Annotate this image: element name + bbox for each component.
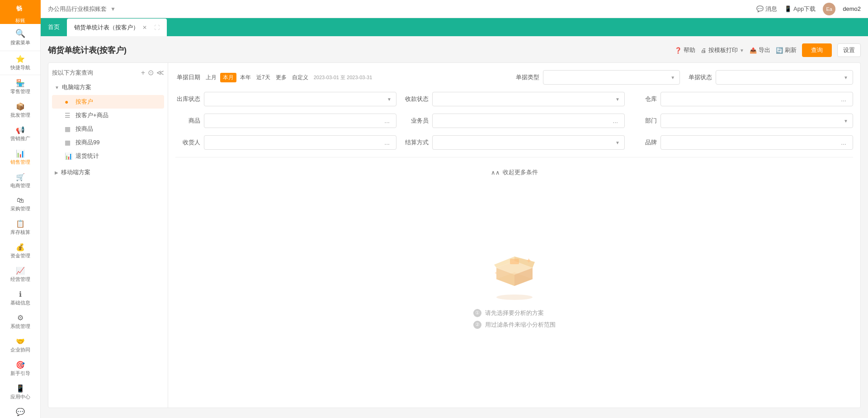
empty-tip-2: ② 用过滤条件来缩小分析范围 <box>473 321 556 329</box>
sidebar-item-finance[interactable]: 💰 资金管理 <box>0 239 40 263</box>
query-button[interactable]: 查询 <box>802 43 832 57</box>
sidebar-item-operations[interactable]: 📈 经营管理 <box>0 263 40 286</box>
sidebar-quick-nav-label: 快捷导航 <box>10 64 30 71</box>
date-tab-custom[interactable]: 自定义 <box>290 73 310 82</box>
sidebar-item-purchase[interactable]: 🛍 采购管理 <box>0 193 40 216</box>
header-title: 办公用品行业模拟账套 <box>48 5 107 13</box>
template-print-button[interactable]: 🖨 按模板打印 ▼ <box>701 46 744 54</box>
sidebar-item-ecommerce-label: 电商管理 <box>10 182 30 189</box>
sidebar-item-marketing[interactable]: 📢 营销推广 <box>0 122 40 146</box>
invoice-status-arrow: ▼ <box>844 75 848 80</box>
settlement-dropdown[interactable]: ▼ <box>432 135 625 150</box>
sidebar-item-guide[interactable]: 🎯 新手引导 <box>0 357 40 380</box>
scheme-item-by-product-99[interactable]: ▦ 按商品99 <box>52 136 164 149</box>
sidebar-item-sales[interactable]: 📊 销售管理 <box>0 146 40 169</box>
tip-2-num: ② <box>473 321 481 329</box>
enterprise-icon: 🤝 <box>16 337 25 346</box>
empty-tip-1: ① 请先选择要分析的方案 <box>473 309 556 317</box>
scheme-group-desktop-header[interactable]: ▼ 电脑端方案 <box>52 81 164 93</box>
filter-item-settlement: 结算方式 ▼ <box>404 135 625 150</box>
warehouse-more-icon[interactable]: ... <box>839 95 848 103</box>
scheme-item-by-product[interactable]: ▦ 按商品 <box>52 122 164 136</box>
svg-point-2 <box>496 294 533 300</box>
return-stats-icon: 📊 <box>65 152 72 160</box>
operations-icon: 📈 <box>16 266 25 275</box>
invoice-status-dropdown[interactable]: ▼ <box>716 70 853 85</box>
salesperson-more-icon[interactable]: ... <box>611 117 620 124</box>
page-title-bar: 销货单统计表(按客户) ❓ 帮助 🖨 按模板打印 ▼ 📤 导出 🔄 刷新 <box>48 43 861 57</box>
sidebar-item-marketing-label: 营销推广 <box>10 135 30 142</box>
filter-item-department: 部门 ▼ <box>632 114 853 128</box>
date-tab-this-year[interactable]: 本年 <box>238 73 253 82</box>
department-dropdown[interactable]: ▼ <box>660 114 853 128</box>
sidebar-item-enterprise[interactable]: 🤝 企业协同 <box>0 333 40 357</box>
collapse-button[interactable]: ∧∧ 收起更多条件 <box>487 165 542 180</box>
filter-row-4: 收货人 ... 结算方式 ▼ 品牌 <box>175 135 853 150</box>
salesperson-input[interactable]: ... <box>432 114 625 128</box>
scheme-item-return-stats[interactable]: 📊 退货统计 <box>52 149 164 163</box>
out-status-dropdown[interactable]: ▼ <box>204 92 396 106</box>
settlement-label: 结算方式 <box>404 138 429 147</box>
help-button[interactable]: ❓ 帮助 <box>675 46 695 54</box>
retail-icon: 🏪 <box>16 79 25 87</box>
scheme-item-by-customer-product[interactable]: ☰ 按客户+商品 <box>52 109 164 122</box>
mobile-group-arrow: ▶ <box>55 170 58 175</box>
svg-rect-9 <box>510 259 519 264</box>
receiver-input[interactable]: ... <box>204 135 396 150</box>
scheme-group-mobile-label: 移动端方案 <box>61 168 90 176</box>
user-avatar[interactable]: Ea <box>823 3 835 15</box>
tab-sales-stats[interactable]: 销货单统计表（按客户） ✕ ⛶ <box>67 19 167 37</box>
sidebar-search[interactable]: 🔍 搜索菜单 <box>0 24 40 51</box>
sidebar-item-app-center[interactable]: 📱 应用中心 <box>0 380 40 404</box>
basic-info-icon: ℹ <box>19 290 22 299</box>
filter-item-out-status: 出库状态 ▼ <box>175 92 396 106</box>
brand-more-icon[interactable]: ... <box>839 139 848 146</box>
date-tab-this-month[interactable]: 本月 <box>220 73 236 82</box>
export-button[interactable]: 📤 导出 <box>750 46 770 54</box>
sidebar-item-ecommerce[interactable]: 🛒 电商管理 <box>0 169 40 193</box>
app-download-button[interactable]: 📱 App下载 <box>784 5 816 13</box>
settings-button[interactable]: 设置 <box>837 43 861 57</box>
empty-state-illustration: ✦ ✦ <box>487 252 542 302</box>
date-tab-last-month[interactable]: 上月 <box>204 73 218 82</box>
message-button[interactable]: 💬 消息 <box>756 5 777 13</box>
guide-icon: 🎯 <box>16 361 25 369</box>
help-icon: ❓ <box>675 47 682 54</box>
sidebar-quick-nav[interactable]: ⭐ 快捷导航 <box>0 51 40 75</box>
invoice-type-dropdown[interactable]: ▼ <box>543 70 680 85</box>
header-dropdown[interactable]: ▼ <box>110 6 116 12</box>
refresh-icon: 🔄 <box>776 47 783 54</box>
sidebar-item-wechat[interactable]: 💬 企业微信 <box>0 404 40 418</box>
tip-1-num: ① <box>473 309 481 317</box>
tab-close-icon[interactable]: ✕ <box>142 24 147 31</box>
scheme-add-icon[interactable]: + <box>141 69 145 77</box>
brand-input[interactable]: ... <box>660 135 853 150</box>
user-name[interactable]: demo2 <box>843 5 861 12</box>
warehouse-input[interactable]: ... <box>660 92 853 106</box>
sidebar-item-retail[interactable]: 🏪 零售管理 <box>0 75 40 99</box>
ecommerce-icon: 🛒 <box>16 173 25 181</box>
date-tab-more[interactable]: 更多 <box>274 73 288 82</box>
tab-maximize-icon[interactable]: ⛶ <box>154 24 160 31</box>
tab-home[interactable]: 首页 <box>41 18 67 36</box>
sidebar-logo[interactable]: 畅 标账 <box>0 0 41 24</box>
product-input[interactable]: ... <box>204 114 396 128</box>
refresh-button[interactable]: 🔄 刷新 <box>776 46 797 54</box>
sidebar-item-basic-info[interactable]: ℹ 基础信息 <box>0 286 40 310</box>
payment-status-dropdown[interactable]: ▼ <box>432 92 625 106</box>
sidebar-item-inventory[interactable]: 📋 库存核算 <box>0 216 40 239</box>
filter-item-product: 商品 ... <box>175 114 396 128</box>
scheme-collapse-icon[interactable]: ≪ <box>156 68 164 77</box>
scheme-group-mobile-header[interactable]: ▶ 移动端方案 <box>52 166 164 178</box>
scheme-item-by-customer[interactable]: ● 按客户 <box>52 95 164 109</box>
export-label: 导出 <box>759 46 770 54</box>
sidebar-item-system[interactable]: ⚙ 系统管理 <box>0 310 40 333</box>
marketing-icon: 📢 <box>16 126 25 134</box>
sidebar-item-wholesale[interactable]: 📦 批发管理 <box>0 99 40 122</box>
date-tab-last-7-days[interactable]: 近7天 <box>255 73 272 82</box>
scheme-edit-icon[interactable]: ⊙ <box>148 68 154 77</box>
sidebar-search-label: 搜索菜单 <box>10 39 30 46</box>
product-more-icon[interactable]: ... <box>382 117 392 124</box>
receiver-more-icon[interactable]: ... <box>382 139 392 146</box>
page-title: 销货单统计表(按客户) <box>48 45 127 56</box>
